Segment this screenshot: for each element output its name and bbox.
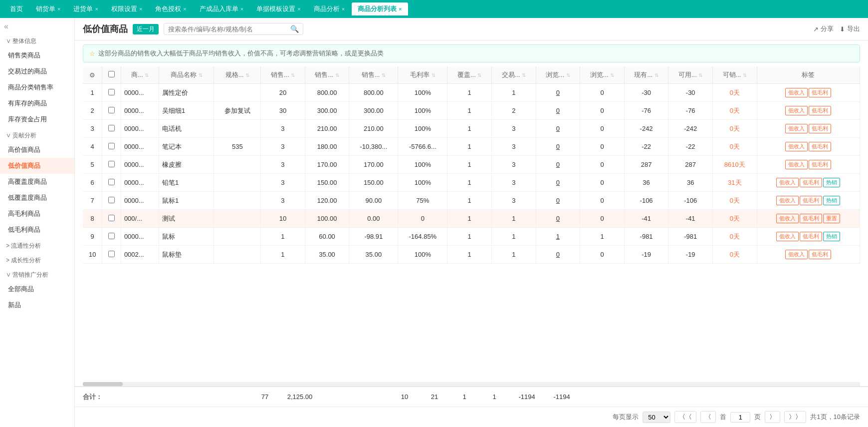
col-sales-qty[interactable]: 销售... ⇅ <box>261 66 305 84</box>
row-select[interactable] <box>108 251 115 257</box>
browse-link[interactable]: 0 <box>556 179 560 186</box>
collapse-button[interactable]: « <box>4 22 8 31</box>
page-size-select[interactable]: 50 100 <box>643 412 670 423</box>
sidebar-item-category-rate[interactable]: 商品分类销售率 <box>0 79 74 95</box>
row-checkbox[interactable] <box>102 138 121 156</box>
page-number-input[interactable] <box>730 412 750 423</box>
nav-product-analysis-list[interactable]: 商品分析列表 × <box>352 2 408 15</box>
col-code[interactable]: 商... ⇅ <box>121 66 159 84</box>
sidebar-item-new-products[interactable]: 新品 <box>0 297 74 313</box>
nav-close-icon[interactable]: × <box>57 6 60 12</box>
nav-close-icon[interactable]: × <box>399 6 402 12</box>
sidebar-item-high-value[interactable]: 高价值商品 <box>0 142 74 158</box>
sidebar-item-all-products[interactable]: 全部商品 <box>0 281 74 297</box>
sidebar-group-flow[interactable]: > 流通性分析 <box>0 238 74 252</box>
browse-link[interactable]: 0 <box>556 197 560 204</box>
sidebar-item-low-value[interactable]: 低价值商品 <box>0 158 74 174</box>
col-coverage[interactable]: 覆盖... ⇅ <box>447 66 492 84</box>
col-available[interactable]: 可用... ⇅ <box>668 66 713 84</box>
sidebar-item-low-margin[interactable]: 低毛利商品 <box>0 222 74 238</box>
sidebar-item-low-coverage[interactable]: 低覆盖度商品 <box>0 190 74 206</box>
row-select[interactable] <box>108 107 115 113</box>
row-select[interactable] <box>108 233 115 239</box>
browse-link[interactable]: 0 <box>556 89 560 96</box>
nav-home[interactable]: 首页 <box>4 2 29 15</box>
row-select[interactable] <box>108 89 115 95</box>
col-name[interactable]: 商品名称 ⇅ <box>159 66 214 84</box>
row-checkbox[interactable] <box>102 246 121 264</box>
browse-link[interactable]: 0 <box>556 125 560 132</box>
row-checkbox[interactable] <box>102 228 121 246</box>
row-select[interactable] <box>108 143 115 149</box>
row-transaction: 1 <box>491 84 536 102</box>
col-spec[interactable]: 规格... ⇅ <box>214 66 261 84</box>
browse-link[interactable]: 0 <box>556 215 560 222</box>
col-sales-cost[interactable]: 销售... ⇅ <box>349 66 398 84</box>
nav-close-icon[interactable]: × <box>139 6 142 12</box>
row-checkbox[interactable] <box>102 84 121 102</box>
sidebar-item-high-coverage[interactable]: 高覆盖度商品 <box>0 174 74 190</box>
col-checkbox[interactable] <box>102 66 121 84</box>
last-page-button[interactable]: 〉〉 <box>784 411 806 423</box>
browse-link[interactable]: 1 <box>556 233 560 240</box>
row-coverage: 1 <box>447 246 492 264</box>
search-input[interactable] <box>168 25 287 33</box>
row-checkbox[interactable] <box>102 120 121 138</box>
row-select[interactable] <box>108 179 115 185</box>
row-select[interactable] <box>108 125 115 131</box>
table-row: 4 0000... 笔记本 535 3 180.00 -10,380... -5… <box>83 138 860 156</box>
nav-role-auth[interactable]: 角色授权 × <box>149 2 192 15</box>
col-current-stock[interactable]: 现有... ⇅ <box>624 66 668 84</box>
browse-link[interactable]: 0 <box>556 107 560 114</box>
nav-close-icon[interactable]: × <box>297 6 300 12</box>
col-settings[interactable]: ⚙ <box>83 66 102 84</box>
nav-close-icon[interactable]: × <box>240 6 243 12</box>
row-checkbox[interactable] <box>102 102 121 120</box>
share-button[interactable]: ↗ 分享 <box>813 24 834 33</box>
nav-purchase[interactable]: 进货单 × <box>67 2 104 15</box>
horizontal-scrollbar[interactable] <box>83 382 860 386</box>
row-checkbox[interactable] <box>102 210 121 228</box>
next-page-button[interactable]: 〉 <box>765 411 780 423</box>
row-select[interactable] <box>108 161 115 167</box>
sidebar-item-sales-products[interactable]: 销售类商品 <box>0 47 74 63</box>
select-all-checkbox[interactable] <box>108 71 115 77</box>
sidebar-item-stock-products[interactable]: 有库存的商品 <box>0 95 74 111</box>
search-box: 🔍 <box>164 23 303 35</box>
row-saleable: 0天 <box>713 192 757 210</box>
nav-close-icon[interactable]: × <box>183 6 186 12</box>
nav-close-icon[interactable]: × <box>342 6 345 12</box>
sidebar-item-high-margin[interactable]: 高毛利商品 <box>0 206 74 222</box>
row-checkbox[interactable] <box>102 156 121 174</box>
col-sales-amount[interactable]: 销售... ⇅ <box>305 66 349 84</box>
sidebar-group-growth[interactable]: > 成长性分析 <box>0 252 74 267</box>
col-gross-rate[interactable]: 毛利率 ⇅ <box>398 66 447 84</box>
browse-link[interactable]: 0 <box>556 143 560 150</box>
browse-link[interactable]: 0 <box>556 161 560 168</box>
col-saleable[interactable]: 可销... ⇅ <box>713 66 757 84</box>
row-select[interactable] <box>108 215 115 221</box>
nav-product-analysis[interactable]: 商品分析 × <box>308 2 351 15</box>
sidebar-item-traded-products[interactable]: 交易过的商品 <box>0 63 74 79</box>
col-browse1[interactable]: 浏览... ⇅ <box>536 66 580 84</box>
nav-close-icon[interactable]: × <box>95 6 98 12</box>
nav-template[interactable]: 单据模板设置 × <box>250 2 306 15</box>
nav-sales-order[interactable]: 销货单 × <box>30 2 66 15</box>
date-range-tag[interactable]: 近一月 <box>133 24 159 34</box>
row-coverage: 1 <box>447 120 492 138</box>
row-select[interactable] <box>108 197 115 203</box>
col-transaction[interactable]: 交易... ⇅ <box>491 66 536 84</box>
first-page-button[interactable]: 〈〈 <box>674 411 696 423</box>
export-button[interactable]: ⬇ 导出 <box>840 24 860 33</box>
search-icon[interactable]: 🔍 <box>290 25 299 33</box>
scrollbar-thumb[interactable] <box>83 382 123 386</box>
col-browse2[interactable]: 浏览... ⇅ <box>580 66 625 84</box>
nav-permissions[interactable]: 权限设置 × <box>105 2 148 15</box>
sidebar-item-stock-capital[interactable]: 库存资金占用 <box>0 111 74 127</box>
nav-finished-goods[interactable]: 产成品入库单 × <box>194 2 249 15</box>
row-checkbox[interactable] <box>102 174 121 192</box>
prev-page-button[interactable]: 〈 <box>700 411 716 423</box>
row-checkbox[interactable] <box>102 192 121 210</box>
browse-link[interactable]: 0 <box>556 251 560 258</box>
row-gross-rate: 100% <box>398 156 447 174</box>
